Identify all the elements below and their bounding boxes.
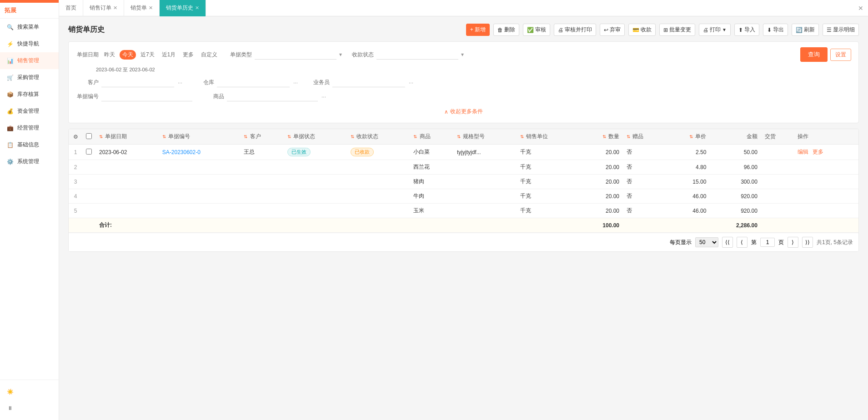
th-payment-status[interactable]: ⇅ 收款状态: [347, 129, 410, 145]
payment-status-input[interactable]: [376, 50, 458, 60]
th-doc-status[interactable]: ⇅ 单据状态: [284, 129, 347, 145]
row-product-5: 玉米: [410, 204, 453, 218]
staff-dots-icon[interactable]: ···: [409, 80, 413, 86]
audit-print-button[interactable]: 🖨 审核并打印: [554, 24, 596, 36]
doc-num-link-1[interactable]: SA-20230602-0: [162, 149, 201, 155]
th-doc-num[interactable]: ⇅ 单据编号: [159, 129, 240, 145]
audit-print-icon: 🖨: [558, 27, 563, 33]
page-size-select[interactable]: 50 100 200: [695, 237, 718, 247]
tab-home[interactable]: 首页: [59, 0, 83, 16]
print-button[interactable]: 🖨 打印 ▼: [699, 24, 731, 36]
refresh-button[interactable]: 🔄 刷新: [792, 24, 819, 36]
row-product-3: 猪肉: [410, 175, 453, 189]
tab-sales-delivery[interactable]: 销货单 ✕: [124, 0, 160, 16]
row-paymentstatus-1: 已收款: [347, 145, 410, 160]
sort-icon-price: ⇅: [689, 134, 693, 139]
sidebar-item-sales-mgmt[interactable]: 📊 销售管理: [0, 52, 59, 69]
batch-change-button[interactable]: ⊞ 批量变更: [659, 24, 695, 36]
page-prev-btn[interactable]: ⟨: [737, 237, 748, 248]
sort-icon-docstatus: ⇅: [287, 134, 291, 139]
warehouse-input[interactable]: [217, 78, 290, 87]
delete-button[interactable]: 🗑 删除: [493, 24, 519, 36]
collapse-button[interactable]: ∧ 收起更多条件: [76, 106, 851, 117]
sidebar-item-search-menu[interactable]: 🔍 搜索菜单: [0, 19, 59, 35]
page-number-input[interactable]: [760, 238, 775, 247]
date-tag-custom[interactable]: 自定义: [198, 50, 220, 60]
th-gift[interactable]: ⇅ 赠品: [623, 129, 667, 145]
customer-input[interactable]: [101, 78, 174, 87]
sidebar-item-sun[interactable]: ☀️: [0, 384, 59, 400]
warehouse-dots-icon[interactable]: ···: [293, 80, 298, 86]
date-label: 单据日期: [76, 51, 99, 59]
sidebar-item-purchase-mgmt[interactable]: 🛒 采购管理: [0, 69, 59, 86]
row-checkbox-4: [82, 189, 95, 204]
sidebar-item-sys-mgmt[interactable]: ⚙️ 系统管理: [0, 153, 59, 170]
staff-input[interactable]: [332, 78, 405, 87]
th-spec[interactable]: ⇅ 规格型号: [453, 129, 517, 145]
row-num-5: 5: [69, 204, 82, 218]
row-customer-4: [240, 189, 284, 204]
show-detail-icon: ☰: [827, 27, 832, 33]
row-checkbox-5: [82, 204, 95, 218]
product-dots-icon[interactable]: ···: [321, 94, 326, 100]
doc-type-input[interactable]: [255, 50, 336, 60]
action-more-1[interactable]: 更多: [813, 149, 823, 155]
import-button[interactable]: ⬆ 导入: [734, 24, 759, 36]
customer-dots-icon[interactable]: ···: [178, 80, 182, 86]
abandon-button[interactable]: ↩ 弃审: [600, 24, 625, 36]
row-amount-3: 300.00: [710, 175, 761, 189]
sidebar-item-inventory[interactable]: 📦 库存核算: [0, 86, 59, 103]
th-customer[interactable]: ⇅ 客户: [240, 129, 284, 145]
filter-doc-num: 单据编号: [76, 92, 192, 101]
select-all-checkbox[interactable]: [86, 133, 92, 139]
tab-sales-order-close[interactable]: ✕: [113, 5, 117, 11]
date-tag-today[interactable]: 今天: [120, 50, 136, 60]
sidebar-item-finance[interactable]: 💰 资金管理: [0, 103, 59, 120]
page-last-btn[interactable]: ⟩⟩: [802, 237, 813, 248]
th-unit[interactable]: ⇅ 销售单位: [517, 129, 580, 145]
tab-sales-order-label: 销售订单: [90, 4, 111, 12]
action-edit-1[interactable]: 编辑: [798, 149, 808, 155]
page-first-btn[interactable]: ⟨⟨: [722, 237, 733, 248]
row-customer-3: [240, 175, 284, 189]
window-close-btn[interactable]: ✕: [858, 5, 863, 12]
audit-button[interactable]: ✅ 审核: [523, 24, 550, 36]
new-button[interactable]: + 新增: [466, 24, 490, 36]
sidebar-item-pause[interactable]: ⏸: [0, 400, 59, 416]
row-product-1: 小白菜: [410, 145, 453, 160]
date-tag-7days[interactable]: 近7天: [138, 50, 157, 60]
sidebar-item-basic-info[interactable]: 📋 基础信息: [0, 136, 59, 153]
th-product[interactable]: ⇅ 商品: [410, 129, 453, 145]
date-tag-yesterday[interactable]: 昨天: [101, 50, 118, 60]
row-1-checkbox[interactable]: [86, 149, 92, 155]
sidebar-item-operation[interactable]: 💼 经营管理: [0, 120, 59, 136]
collect-button[interactable]: 💳 收款: [628, 24, 656, 36]
pagination-bar: 每页显示 50 100 200 ⟨⟨ ⟨ 第 页 ⟩ ⟩⟩ 共1页, 5条记录: [69, 233, 858, 251]
export-button[interactable]: ⬇ 导出: [763, 24, 788, 36]
setting-button[interactable]: 设置: [830, 49, 851, 61]
row-gift-5: 否: [623, 204, 667, 218]
th-qty[interactable]: ⇅ 数量: [579, 129, 623, 145]
product-input[interactable]: [227, 92, 318, 101]
query-button[interactable]: 查询: [800, 47, 828, 62]
row-amount-2: 96.00: [710, 160, 761, 175]
sort-icon-date: ⇅: [99, 134, 103, 139]
sidebar: 拓展 🔍 搜索菜单 ⚡ 快捷导航 📊 销售管理 🛒 采购管理 📦 库存核算 💰 …: [0, 0, 59, 420]
sidebar-item-quick-nav[interactable]: ⚡ 快捷导航: [0, 35, 59, 52]
date-tag-1month[interactable]: 近1月: [159, 50, 179, 60]
date-tag-more[interactable]: 更多: [180, 50, 196, 60]
tab-sales-history[interactable]: 销货单历史 ✕: [160, 0, 206, 16]
tab-sales-history-close[interactable]: ✕: [195, 5, 199, 11]
row-gift-2: 否: [623, 160, 667, 175]
tab-sales-order[interactable]: 销售订单 ✕: [83, 0, 124, 16]
row-docnum-1[interactable]: SA-20230602-0: [159, 145, 240, 160]
show-detail-button[interactable]: ☰ 显示明细: [823, 24, 859, 36]
th-price[interactable]: ⇅ 单价: [667, 129, 710, 145]
th-gear[interactable]: ⚙: [69, 129, 82, 145]
tab-sales-delivery-close[interactable]: ✕: [149, 5, 153, 11]
collect-icon: 💳: [632, 27, 639, 33]
page-next-btn[interactable]: ⟩: [788, 237, 798, 248]
sort-icon-product: ⇅: [413, 134, 417, 139]
doc-num-input[interactable]: [101, 92, 192, 101]
th-date[interactable]: ⇅ 单据日期: [95, 129, 159, 145]
